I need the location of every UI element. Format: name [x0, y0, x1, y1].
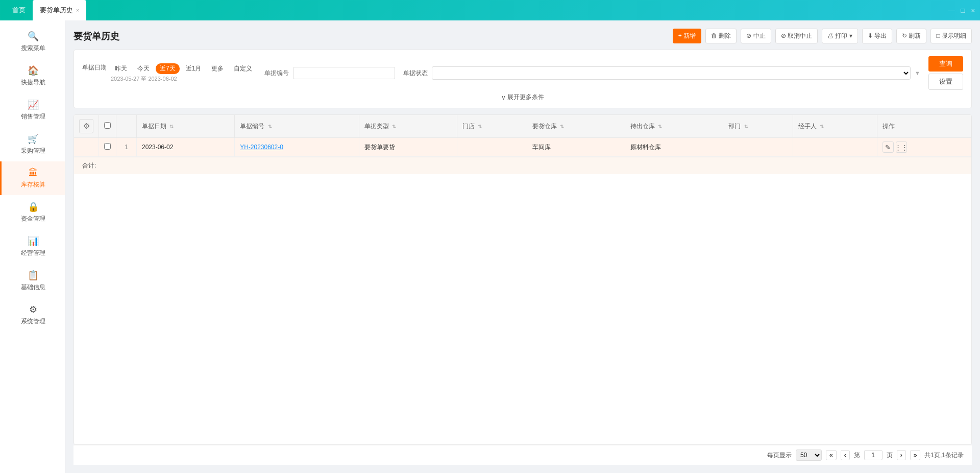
toolbar: + 新增 🗑 删除 ⊘ 中止 ⊘ 取消中止 🖨 打印 ▾ ⬇ 导出 ↻ 刷新 □… — [673, 29, 972, 43]
more-ops-icon[interactable]: ⋮⋮ — [896, 141, 907, 153]
lock-icon: 🔒 — [28, 201, 39, 212]
order-no-link[interactable]: YH-20230602-0 — [240, 144, 283, 151]
sidebar: 🔍 搜索菜单 🏠 快捷导航 📈 销售管理 🛒 采购管理 🏛 库存核算 🔒 资金管… — [0, 20, 65, 473]
sort-date-icon: ⇅ — [169, 124, 174, 129]
home-icon: 🏠 — [28, 65, 39, 76]
sort-handler-icon: ⇅ — [820, 124, 824, 129]
col-req-warehouse[interactable]: 要货仓库 ⇅ — [527, 115, 625, 138]
sort-order-type-icon: ⇅ — [392, 124, 396, 129]
status-filter-group: 单据状态 ▼ — [403, 66, 920, 80]
row-date-cell: 2023-06-02 — [137, 138, 235, 157]
sidebar-item-search-menu[interactable]: 🔍 搜索菜单 — [0, 25, 65, 59]
window-controls: — □ × — [948, 7, 975, 14]
export-button[interactable]: ⬇ 导出 — [862, 29, 892, 43]
cart-icon: 🛒 — [28, 133, 39, 145]
suspend-button[interactable]: ⊘ 中止 — [741, 29, 771, 43]
new-button[interactable]: + 新增 — [673, 29, 701, 43]
query-button[interactable]: 查询 — [928, 56, 963, 72]
row-settings-cell — [74, 138, 99, 157]
op-icons: ✎ ⋮⋮ — [883, 141, 966, 153]
row-checkbox-cell — [99, 138, 116, 157]
setting-button[interactable]: 设置 — [928, 74, 963, 90]
col-store[interactable]: 门店 ⇅ — [457, 115, 527, 138]
table-header-row: ⚙ 单据日期 ⇅ 单据编号 ⇅ — [74, 115, 971, 138]
sidebar-item-quick-nav[interactable]: 🏠 快捷导航 — [0, 59, 65, 93]
date-last7days-btn[interactable]: 近7天 — [156, 63, 180, 74]
operations-icon: 📊 — [28, 235, 39, 247]
col-pending-warehouse[interactable]: 待出仓库 ⇅ — [625, 115, 723, 138]
inventory-icon: 🏛 — [29, 168, 38, 178]
prev-page-btn[interactable]: ‹ — [841, 450, 850, 460]
date-shortcuts-group: 昨天 今天 近7天 近1月 更多 自定义 2023-05-27 至 2023-0… — [111, 63, 256, 83]
edit-icon[interactable]: ✎ — [883, 141, 894, 153]
date-label: 单据日期 — [82, 63, 107, 72]
row-order-no-cell[interactable]: YH-20230602-0 — [235, 138, 359, 157]
col-date[interactable]: 单据日期 ⇅ — [137, 115, 235, 138]
date-yesterday-btn[interactable]: 昨天 — [111, 63, 131, 74]
delete-button[interactable]: 🗑 删除 — [705, 29, 737, 43]
col-order-no[interactable]: 单据编号 ⇅ — [235, 115, 359, 138]
sidebar-item-inventory-accounting[interactable]: 🏛 库存核算 — [0, 161, 65, 195]
status-select[interactable] — [432, 66, 911, 80]
page-title: 要货单历史 — [74, 30, 119, 42]
row-pending-warehouse-cell: 原材料仓库 — [625, 138, 723, 157]
sidebar-item-purchase-mgmt[interactable]: 🛒 采购管理 — [0, 127, 65, 161]
sidebar-item-sales-mgmt[interactable]: 📈 销售管理 — [0, 93, 65, 127]
tab-home[interactable]: 首页 — [5, 0, 33, 20]
row-req-warehouse-cell: 车间库 — [527, 138, 625, 157]
window-close[interactable]: × — [971, 7, 975, 14]
refresh-button[interactable]: ↻ 刷新 — [896, 29, 926, 43]
page-summary: 共1页,1条记录 — [924, 451, 964, 460]
order-no-input[interactable] — [293, 67, 395, 79]
row-order-type-cell: 要货单要货 — [359, 138, 457, 157]
date-more-btn[interactable]: 更多 — [207, 63, 228, 74]
system-icon: ⚙ — [29, 304, 37, 315]
window-maximize[interactable]: □ — [961, 7, 965, 14]
tab-requisition-history[interactable]: 要货单历史 × — [33, 0, 86, 20]
window-minimize[interactable]: — — [948, 7, 955, 14]
sidebar-item-system-mgmt[interactable]: ⚙ 系统管理 — [0, 298, 65, 332]
basic-info-icon: 📋 — [28, 270, 39, 281]
row-handler-cell — [793, 138, 877, 157]
expand-conditions-btn[interactable]: ∨ 展开更多条件 — [82, 93, 963, 102]
page-label-post: 页 — [887, 451, 893, 460]
date-filter-group: 单据日期 昨天 今天 近7天 近1月 更多 自定义 2023-05-27 至 2… — [82, 63, 256, 83]
show-detail-button[interactable]: □ 显示明细 — [930, 29, 972, 43]
cancel-suspend-button[interactable]: ⊘ 取消中止 — [775, 29, 818, 43]
print-button[interactable]: 🖨 打印 ▾ — [822, 29, 858, 43]
column-settings-icon[interactable]: ⚙ — [79, 119, 93, 133]
col-order-type[interactable]: 单据类型 ⇅ — [359, 115, 457, 138]
col-settings[interactable]: ⚙ — [74, 115, 99, 138]
per-page-label: 每页显示 — [767, 451, 792, 460]
table-container: ⚙ 单据日期 ⇅ 单据编号 ⇅ — [74, 114, 972, 445]
main-layout: 🔍 搜索菜单 🏠 快捷导航 📈 销售管理 🛒 采购管理 🏛 库存核算 🔒 资金管… — [0, 20, 980, 473]
row-operation-cell: ✎ ⋮⋮ — [877, 138, 971, 157]
date-custom-btn[interactable]: 自定义 — [230, 63, 256, 74]
sidebar-item-capital-mgmt[interactable]: 🔒 资金管理 — [0, 195, 65, 229]
close-tab-icon[interactable]: × — [76, 7, 79, 13]
date-range-display: 2023-05-27 至 2023-06-02 — [111, 75, 256, 83]
pagination: 每页显示 50 20 100 200 « ‹ 第 页 › » 共1页,1条记录 — [74, 445, 972, 465]
next-page-btn[interactable]: › — [897, 450, 906, 460]
search-menu-icon: 🔍 — [28, 31, 39, 42]
col-department[interactable]: 部门 ⇅ — [723, 115, 793, 138]
row-checkbox[interactable] — [104, 143, 111, 150]
col-checkbox — [99, 115, 116, 138]
status-label: 单据状态 — [403, 69, 428, 78]
col-num — [116, 115, 137, 138]
date-last1month-btn[interactable]: 近1月 — [182, 63, 206, 74]
sidebar-item-basic-info[interactable]: 📋 基础信息 — [0, 264, 65, 298]
first-page-btn[interactable]: « — [826, 450, 837, 460]
page-input[interactable] — [864, 450, 883, 460]
order-no-label: 单据编号 — [264, 69, 289, 78]
date-today-btn[interactable]: 今天 — [133, 63, 154, 74]
status-dropdown-icon: ▼ — [915, 70, 920, 76]
filter-row-1: 单据日期 昨天 今天 近7天 近1月 更多 自定义 2023-05-27 至 2… — [82, 56, 963, 90]
row-num-cell: 1 — [116, 138, 137, 157]
footer-label: 合计: — [82, 162, 96, 169]
col-handler[interactable]: 经手人 ⇅ — [793, 115, 877, 138]
last-page-btn[interactable]: » — [910, 450, 921, 460]
sidebar-item-operations-mgmt[interactable]: 📊 经营管理 — [0, 229, 65, 264]
per-page-select[interactable]: 50 20 100 200 — [796, 450, 822, 461]
select-all-checkbox[interactable] — [104, 122, 111, 129]
